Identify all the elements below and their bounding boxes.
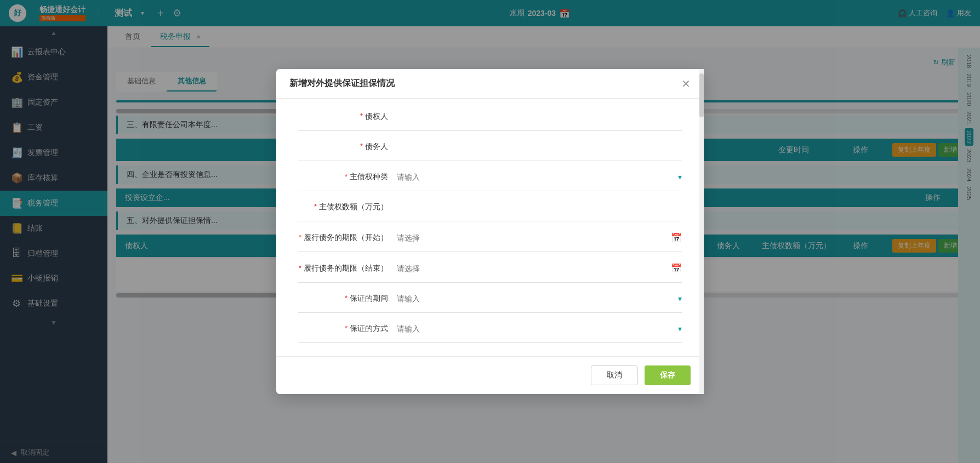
creditor-input[interactable] [397,112,682,121]
modal-scrollbar[interactable] [699,99,704,356]
period-start-calendar-icon[interactable]: 📅 [671,232,682,243]
guarantee-period-arrow-icon[interactable]: ▾ [678,294,682,303]
field-period-start: * 履行债务的期限（开始） 📅 [298,232,682,252]
save-button[interactable]: 保存 [645,365,691,385]
modal-header: 新增对外提供保证担保情况 ✕ [276,69,704,99]
modal-overlay: 新增对外提供保证担保情况 ✕ * 债权人 * 债务人 [0,0,980,463]
field-guarantee-method: * 保证的方式 ▾ [298,324,682,343]
field-debtor: * 债务人 [298,142,682,161]
modal-footer: 取消 保存 [276,356,704,394]
guarantee-method-input[interactable] [397,324,678,333]
guarantee-method-arrow-icon[interactable]: ▾ [678,324,682,333]
period-end-calendar-icon[interactable]: 📅 [671,263,682,273]
modal-title: 新增对外提供保证担保情况 [289,78,395,89]
period-start-date: 📅 [397,232,682,243]
field-claim-type: * 主债权种类 ▾ [298,172,682,191]
cancel-button[interactable]: 取消 [591,365,638,385]
claim-type-select[interactable]: ▾ [397,173,682,181]
field-claim-amount: * 主债权数额（万元） [298,202,682,221]
modal-body: * 债权人 * 债务人 * 主债权种类 [276,99,704,356]
guarantee-method-select[interactable]: ▾ [397,324,682,333]
guarantee-period-input[interactable] [397,294,678,303]
claim-type-arrow-icon[interactable]: ▾ [678,173,682,181]
modal-dialog: 新增对外提供保证担保情况 ✕ * 债权人 * 债务人 [276,69,704,394]
field-creditor: * 债权人 [298,112,682,131]
field-guarantee-period: * 保证的期间 ▾ [298,294,682,313]
period-end-input[interactable] [397,264,669,273]
guarantee-period-select[interactable]: ▾ [397,294,682,303]
claim-amount-input[interactable] [397,203,682,212]
field-period-end: * 履行债务的期限（结束） 📅 [298,263,682,283]
period-start-input[interactable] [397,233,669,242]
period-end-date: 📅 [397,263,682,273]
claim-type-input[interactable] [397,173,678,181]
modal-close-button[interactable]: ✕ [681,78,691,89]
debtor-input[interactable] [397,142,682,151]
